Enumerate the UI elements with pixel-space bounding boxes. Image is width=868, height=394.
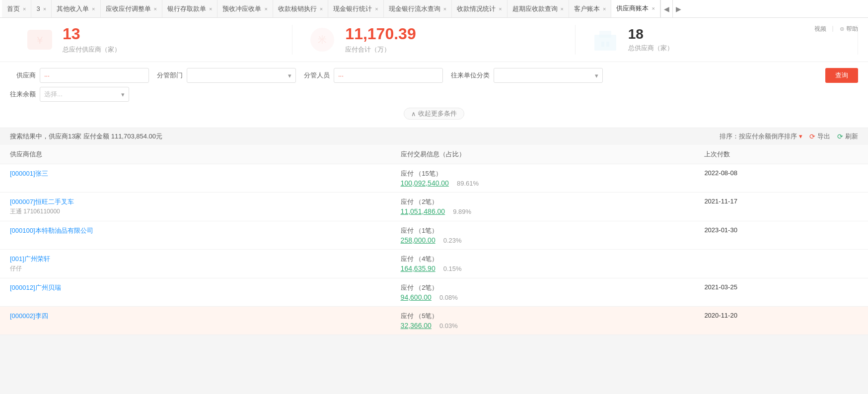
tab-collection-stat-close[interactable]: × [499,6,502,12]
ap-percentage: 0.15% [443,265,462,272]
ap-count-label: 应付 （2笔） [401,283,685,292]
stats-payable-total-content: 11,170.39 应付合计（万） [345,25,416,54]
tab-bank-deposit-close[interactable]: × [209,6,212,12]
ap-amount[interactable]: 11,051,486.00 [401,207,445,215]
tab-collection-execution[interactable]: 收款核销执行 × [273,0,328,18]
tab-supplier-account-close[interactable]: × [651,5,654,11]
tab-nav-prev[interactable]: ◀ [660,0,672,18]
filter-supplier: 供应商 ··· [10,68,149,83]
table-row: [000002]李四应付 （5笔）32,366.000.03%2020-11-2… [0,307,868,335]
tab-customer-account-close[interactable]: × [603,6,606,12]
ap-count-label: 应付 （2笔） [401,197,685,206]
results-summary: 搜索结果中，供应商13家 应付金额 111,703,854.00元 [10,132,162,141]
tab-cash-bank-flow-close[interactable]: × [443,6,446,12]
tab-collection-stat[interactable]: 收款情况统计 × [452,0,507,18]
supplier-cell: [000100]本特勒油品有限公司 [0,221,391,250]
tab-t3-close[interactable]: × [43,6,46,12]
svg-rect-6 [601,42,604,47]
svg-text:￥: ￥ [35,35,45,46]
tab-home-close[interactable]: × [23,6,26,12]
supplier-filter-input[interactable]: ··· [40,68,149,83]
supplier-link[interactable]: [000007]恒旺二手叉车 [10,198,74,205]
tab-other-income-close[interactable]: × [92,6,95,12]
refresh-button[interactable]: ⟳ 刷新 [837,132,858,141]
export-icon: ⟳ [809,132,815,140]
category-chevron-down-icon: ▾ [595,72,598,79]
collapse-button[interactable]: ∧ 收起更多条件 [404,108,464,120]
data-table-container: 供应商信息 应付交易信息（占比） 上次付数 [000001]张三应付 （15笔）… [0,145,868,335]
collapse-up-icon: ∧ [411,110,416,118]
tab-t3[interactable]: 3 × [31,0,52,18]
category-filter-label: 往来单位分类 [451,71,490,80]
tab-nav-next[interactable]: ▶ [672,0,684,18]
tab-advance-collection-label: 预收冲应收单 [222,4,261,13]
tab-cash-bank-stat-label: 现金银行统计 [333,4,372,13]
tab-other-income[interactable]: 其他收入单 × [52,0,100,18]
ap-amount[interactable]: 164,635.90 [401,264,435,272]
ap-percentage: 9.89% [453,208,471,215]
stats-payable-total: 米 11,170.39 应付合计（万） [292,25,575,55]
balance-placeholder: 选择... [44,90,63,99]
ap-amount[interactable]: 100,092,540.00 [401,179,449,187]
help-link[interactable]: ⊙ 帮助 [840,25,858,33]
tab-supplier-account[interactable]: 供应商账本 × [611,0,660,18]
tab-overdue-query-label: 超期应收款查询 [512,4,558,13]
ap-count-label: 应付 （1笔） [401,226,685,235]
tab-ap-adjustment-close[interactable]: × [154,6,157,12]
supplier-link[interactable]: [001]广州荣轩 [10,255,50,263]
ap-amount[interactable]: 32,366.00 [401,322,432,329]
tab-cash-bank-flow[interactable]: 现金银行流水查询 × [384,0,452,18]
supplier-cell: [000012]广州贝瑞 [0,278,391,307]
payable-total-icon: 米 [307,25,337,55]
supplier-link[interactable]: [000001]张三 [10,170,48,177]
supplier-link[interactable]: [000002]李四 [10,312,48,320]
tab-supplier-account-label: 供应商账本 [616,4,649,13]
col-last-payment: 上次付数 [694,145,868,164]
tab-bank-deposit-label: 银行存取款单 [167,4,206,13]
person-filter-input[interactable]: ··· [334,68,443,83]
tab-advance-collection[interactable]: 预收冲应收单 × [217,0,273,18]
filter-person: 分管人员 ··· [304,68,443,83]
tab-bank-deposit[interactable]: 银行存取款单 × [162,0,217,18]
payable-suppliers-icon: ￥ [25,25,55,55]
tab-collection-execution-label: 收款核销执行 [278,4,317,13]
tab-cash-bank-stat-close[interactable]: × [375,6,378,12]
last-payment-cell: 2020-11-20 [694,307,868,335]
ap-cell: 应付 （2笔）94,600.000.08% [391,278,695,307]
col-ap-info: 应付交易信息（占比） [391,145,695,164]
table-header-row: 供应商信息 应付交易信息（占比） 上次付数 [0,145,868,164]
ap-percentage: 0.08% [439,294,458,301]
dept-filter-select[interactable]: ▾ [187,68,296,83]
tab-cash-bank-flow-label: 现金银行流水查询 [389,4,440,13]
query-button[interactable]: 查询 [825,68,858,83]
tab-ap-adjustment[interactable]: 应收应付调整单 × [101,0,162,18]
tab-cash-bank-stat[interactable]: 现金银行统计 × [328,0,383,18]
tab-home[interactable]: 首页 × [2,0,31,18]
ap-amount[interactable]: 94,600.00 [401,293,432,301]
export-button[interactable]: ⟳ 导出 [809,132,830,141]
supplier-link[interactable]: [000100]本特勒油品有限公司 [10,227,93,234]
person-dots: ··· [338,72,344,79]
tab-overdue-query-close[interactable]: × [561,6,564,12]
ap-percentage: 0.23% [443,237,462,244]
tab-overdue-query[interactable]: 超期应收款查询 × [507,0,569,18]
tab-collection-execution-close[interactable]: × [320,6,323,12]
ap-amount[interactable]: 258,000.00 [401,236,435,244]
tab-home-label: 首页 [7,4,20,13]
last-payment-cell: 2021-11-17 [694,193,868,221]
balance-filter-label: 往来余额 [10,90,36,99]
payable-suppliers-label: 总应付供应商（家） [63,45,121,54]
col-supplier-info: 供应商信息 [0,145,391,164]
supplier-link[interactable]: [000012]广州贝瑞 [10,284,61,291]
refresh-label: 刷新 [845,132,858,141]
category-filter-select[interactable]: ▾ [494,68,603,83]
results-bar: 搜索结果中，供应商13家 应付金额 111,703,854.00元 排序：按应付… [0,128,868,145]
video-link[interactable]: 视频 [814,25,826,33]
tab-ap-adjustment-label: 应收应付调整单 [106,4,151,13]
ap-count-label: 应付 （5笔） [401,312,685,321]
stats-help: 视频 | ⊙ 帮助 [814,25,858,33]
tab-advance-collection-close[interactable]: × [264,6,267,12]
tab-customer-account[interactable]: 客户账本 × [569,0,611,18]
balance-filter-select[interactable]: 选择... ▾ [40,87,129,102]
filter-row-1: 供应商 ··· 分管部门 ▾ 分管人员 ··· 往来单位分类 ▾ [10,68,858,83]
